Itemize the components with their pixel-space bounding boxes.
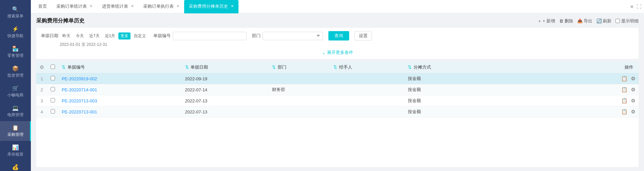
sidebar-item-inventory[interactable]: 📊 库存核算 <box>0 141 31 161</box>
tab-purchase-order-exec[interactable]: 采购订单执行表 ✕ <box>139 0 184 13</box>
show-compact-toggle[interactable]: 显示明细 <box>615 18 639 24</box>
window-close-icon[interactable]: ✕ <box>630 4 634 9</box>
col-doc-no: ⇅ 单据编号 <box>58 62 182 73</box>
row-more-icon[interactable]: ⚙ <box>631 109 635 114</box>
sort-handler-icon[interactable]: ⇅ <box>333 65 337 70</box>
tab-close-purchase-cost-split[interactable]: ✕ <box>231 4 234 8</box>
row-op-cell: 📋 ⚙ <box>572 106 639 117</box>
sidebar-item-purchase[interactable]: 📋 采购管理 <box>0 121 31 141</box>
date-btn-7days[interactable]: 近7天 <box>87 32 102 39</box>
sidebar-item-ecom[interactable]: 💻 电商管理 <box>0 101 31 121</box>
date-btn-today[interactable]: 今天 <box>74 32 86 39</box>
tab-purchase-order-stats[interactable]: 采购订单统计表 ✕ <box>52 0 97 13</box>
tab-close-incoming-stats[interactable]: ✕ <box>131 4 134 8</box>
doc-no-link[interactable]: PE-20220714-001 <box>62 87 97 92</box>
doc-no-link[interactable]: PE-20220713-003 <box>62 98 97 103</box>
row-edit-icon[interactable]: 📋 <box>621 109 628 114</box>
date-range-display: 2022-01-01 至 2022-12-31 <box>41 42 634 48</box>
date-range-text: 2022-01-01 至 2022-12-31 <box>60 42 107 47</box>
tab-purchase-cost-split[interactable]: 采购费用分摊单历史 ✕ <box>184 0 238 13</box>
row-settings-cell: 4 <box>36 106 47 117</box>
row-more-icon[interactable]: ⚙ <box>631 98 635 103</box>
date-filter-label: 单据日期 <box>41 33 58 39</box>
row-dept-cell <box>269 95 330 106</box>
search-button[interactable]: 查询 <box>328 31 349 40</box>
row-edit-icon[interactable]: 📋 <box>621 87 628 92</box>
row-date-cell: 2022-07-14 <box>182 84 269 95</box>
doc-no-filter-group: 单据编号 <box>153 32 247 40</box>
sidebar-item-quick-nav[interactable]: ⚡ 快捷导航 <box>0 22 31 42</box>
expand-more-conditions[interactable]: ⌄ 展开更多条件 <box>41 50 634 56</box>
row-date-cell: 2022-09-19 <box>182 73 269 84</box>
col-checkbox <box>47 62 58 73</box>
row-more-icon[interactable]: ⚙ <box>631 76 635 81</box>
row-dept-cell: 财务部 <box>269 84 330 95</box>
row-checkbox[interactable] <box>51 98 55 102</box>
row-handler-cell <box>330 95 404 106</box>
add-button[interactable]: ＋ + 新增 <box>537 18 555 24</box>
sort-doc-no-icon[interactable]: ⇅ <box>62 65 65 70</box>
row-settings-cell: 1 <box>36 73 47 84</box>
doc-no-link[interactable]: PE-20220919-002 <box>62 76 97 81</box>
col-settings-icon[interactable]: ⚙ <box>40 64 44 70</box>
row-more-icon[interactable]: ⚙ <box>631 87 635 92</box>
sidebar-item-retail[interactable]: 🏪 零售管理 <box>0 42 31 62</box>
show-compact-checkbox[interactable] <box>615 19 620 23</box>
page-title: 采购费用分摊单历史 <box>36 17 85 24</box>
date-btn-custom[interactable]: 自定义 <box>132 32 148 39</box>
refresh-button[interactable]: 🔄 刷新 <box>596 18 611 24</box>
sort-dept-icon[interactable]: ⇅ <box>272 65 276 70</box>
window-maximize-icon[interactable]: ⛶ <box>637 4 641 9</box>
filter-settings-button[interactable]: 设置 <box>355 31 372 40</box>
date-filter-group: 单据日期 昨天 今天 近7天 近1月 更多 自定义 <box>41 32 148 39</box>
row-checkbox[interactable] <box>51 76 55 80</box>
select-all-checkbox[interactable] <box>51 65 55 69</box>
mini-ecom-icon: 🛒 <box>1 85 30 91</box>
tab-window-actions: ✕ ⛶ <box>630 4 641 9</box>
delete-button[interactable]: 🗑 删除 <box>559 18 573 24</box>
row-op-cell: 📋 ⚙ <box>572 73 639 84</box>
purchase-icon: 📋 <box>1 124 30 131</box>
dept-label: 部门 <box>252 33 261 39</box>
inventory-icon: 📊 <box>1 144 30 151</box>
tab-home[interactable]: 首页 <box>34 0 52 13</box>
table-row: 4 PE-20220713-001 2022-07-13 按金额 📋 ⚙ <box>36 106 639 117</box>
sidebar-item-finance[interactable]: 💰 资金管理 <box>0 161 31 171</box>
col-settings: ⚙ <box>36 62 47 73</box>
row-settings-cell: 3 <box>36 95 47 106</box>
row-checkbox-cell <box>47 73 58 84</box>
date-btn-yesterday[interactable]: 昨天 <box>60 32 72 39</box>
date-btn-more[interactable]: 更多 <box>118 32 130 39</box>
col-date: ⇅ 单据日期 <box>182 62 269 73</box>
row-checkbox[interactable] <box>51 87 55 91</box>
row-settings-cell: 2 <box>36 84 47 95</box>
row-checkbox-cell <box>47 84 58 95</box>
row-handler-cell <box>330 84 404 95</box>
sort-split-method-icon[interactable]: ⇅ <box>408 65 412 70</box>
tab-close-purchase-order-exec[interactable]: ✕ <box>176 4 179 8</box>
filter-bar: 单据日期 昨天 今天 近7天 近1月 更多 自定义 单据编号 <box>36 28 639 59</box>
sidebar-item-mini-ecom[interactable]: 🛒 小畅电商 <box>0 82 31 101</box>
row-split-method-cell: 按金额 <box>405 73 572 84</box>
sort-date-icon[interactable]: ⇅ <box>185 65 189 70</box>
row-checkbox[interactable] <box>51 109 55 113</box>
row-edit-icon[interactable]: 📋 <box>621 76 628 81</box>
row-dept-cell <box>269 73 330 84</box>
dept-select[interactable] <box>263 32 323 40</box>
data-table: ⚙ ⇅ 单据编号 ⇅ 单据日期 <box>36 62 639 117</box>
header-actions: ＋ + 新增 🗑 删除 📤 导出 🔄 刷新 显示明细 <box>537 18 639 24</box>
sidebar: 🔍 搜索菜单 ⚡ 快捷导航 🏪 零售管理 📦 批发管理 🛒 小畅电商 💻 电商管… <box>0 0 31 171</box>
row-op-cell: 📋 ⚙ <box>572 95 639 106</box>
doc-no-input[interactable] <box>173 32 247 40</box>
doc-no-link[interactable]: PE-20220713-001 <box>62 109 97 114</box>
tab-incoming-stats[interactable]: 进货单统计表 ✕ <box>97 0 139 13</box>
export-button[interactable]: 📤 导出 <box>577 18 592 24</box>
sidebar-item-search[interactable]: 🔍 搜索菜单 <box>0 3 31 22</box>
sidebar-item-wholesale[interactable]: 📦 批发管理 <box>0 62 31 82</box>
row-edit-icon[interactable]: 📋 <box>621 98 628 103</box>
row-doc-no-cell: PE-20220919-002 <box>58 73 182 84</box>
tab-close-purchase-order-stats[interactable]: ✕ <box>90 4 93 8</box>
date-btn-1month[interactable]: 近1月 <box>103 32 117 39</box>
row-doc-no-cell: PE-20220713-001 <box>58 106 182 117</box>
row-checkbox-cell <box>47 95 58 106</box>
